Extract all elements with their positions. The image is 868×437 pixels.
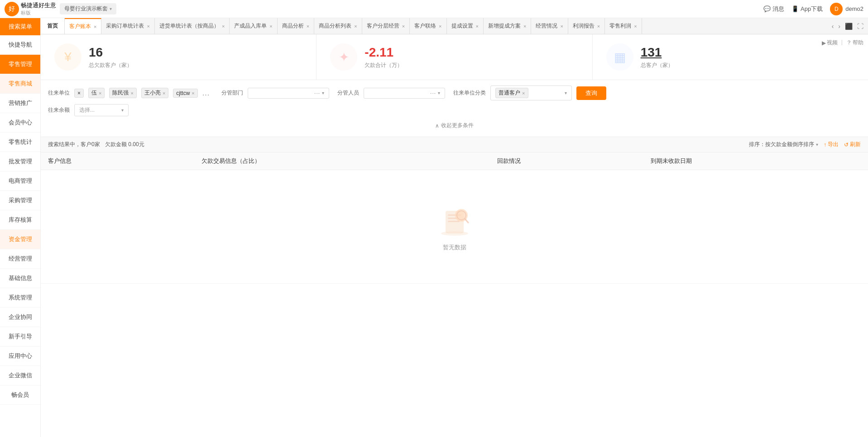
unit-category-chevron-icon: ▾ [565, 90, 567, 95]
tab-home[interactable]: 首页 [41, 18, 65, 34]
sidebar-item-retail-mall[interactable]: 零售商城 [0, 74, 40, 94]
tab-close-icon[interactable]: × [476, 24, 479, 29]
tab-close-icon[interactable]: × [439, 24, 441, 29]
tab-close-icon[interactable]: × [597, 24, 600, 29]
tab-new-achievement[interactable]: 新增提成方案 × [484, 18, 531, 34]
sidebar-item-system[interactable]: 系统管理 [0, 288, 40, 308]
tab-close-icon[interactable]: × [222, 24, 225, 29]
col-overdue-date: 到期未收款日期 [643, 152, 868, 170]
tag-wu-close[interactable]: × [99, 90, 101, 96]
logo-main-text: 畅捷通好生意 [21, 1, 56, 10]
sidebar-item-purchase[interactable]: 采购管理 [0, 191, 40, 210]
tab-customer-segment[interactable]: 客户分层经营 × [362, 18, 410, 34]
help-link[interactable]: ？ 帮助 [846, 39, 863, 47]
tab-label: 零售利润 [609, 22, 631, 30]
more-tags-btn[interactable]: ... [202, 89, 210, 97]
tab-close-icon[interactable]: × [307, 24, 309, 29]
tab-close-icon[interactable]: × [560, 24, 563, 29]
sidebar-item-retail-stats[interactable]: 零售统计 [0, 133, 40, 152]
sidebar-search[interactable]: 搜索菜单 [0, 18, 40, 35]
sidebar-item-finance[interactable]: 资金管理 [0, 230, 40, 249]
tab-product-analysis[interactable]: 商品分析 × [278, 18, 314, 34]
app-icon: 📱 [791, 5, 799, 12]
search-results-bar: 搜索结果中，客户0家 欠款金额 0.00元 排序：按欠款金额倒序排序 ▾ ↑ 导… [41, 137, 868, 152]
user-info[interactable]: D demo2 [830, 3, 863, 15]
video-link[interactable]: ▶ 视频 [822, 39, 838, 47]
stat-label-total: 总客户（家） [641, 62, 673, 69]
sidebar-item-marketing[interactable]: 营销推广 [0, 94, 40, 113]
tab-operation-status[interactable]: 经营情况 × [531, 18, 568, 34]
tab-customer-contact[interactable]: 客户联络 × [410, 18, 446, 34]
stat-value-customers: 16 [89, 45, 132, 60]
stat-icon-customers: ¥ [54, 43, 82, 71]
unit-category-select[interactable]: 普通客户 × ▾ [490, 86, 572, 100]
sidebar-quick-nav[interactable]: 快捷导航 [0, 35, 40, 55]
tab-profit-report[interactable]: 利润报告 × [568, 18, 605, 34]
stat-card-total-customers: ▦ 131 总客户（家） ▶ 视频 | ？ 帮助 [593, 34, 868, 80]
stat-info-total: 131 总客户（家） [641, 45, 673, 69]
play-icon: ▶ [822, 40, 826, 46]
sidebar-item-retail-mgmt[interactable]: 零售管理 [0, 55, 40, 74]
chevron-down-icon: ▾ [110, 6, 112, 11]
app-download-btn[interactable]: 📱 App下载 [791, 5, 823, 13]
tab-fullscreen-btn[interactable]: ⛶ [855, 22, 865, 31]
tab-customer-accounts[interactable]: 客户账本 × [65, 18, 101, 34]
tab-label: 利润报告 [573, 22, 595, 30]
dept-select[interactable]: ··· ▾ [248, 88, 329, 99]
tab-close-icon[interactable]: × [523, 24, 526, 29]
tab-close-icon[interactable]: × [634, 24, 637, 29]
empty-state-icon [436, 202, 473, 238]
account-dropdown[interactable]: 母婴行业演示帐套 ▾ [60, 3, 116, 14]
tab-close-icon[interactable]: × [402, 24, 405, 29]
unit-category-tag-close[interactable]: × [522, 90, 525, 96]
manager-more-icon: ··· [430, 90, 436, 96]
sidebar-item-app-center[interactable]: 应用中心 [0, 347, 40, 366]
tag-wang-label: 王小亮 [144, 89, 161, 97]
tab-close-icon[interactable]: × [354, 24, 357, 29]
sidebar-item-member[interactable]: 会员中心 [0, 113, 40, 133]
sidebar-item-basic-info[interactable]: 基础信息 [0, 269, 40, 288]
collapse-up-icon: ∧ [435, 123, 439, 129]
filter-collapse-btn[interactable]: ∧ 收起更多条件 [432, 120, 477, 131]
tab-reminder-settings[interactable]: 提成设置 × [447, 18, 484, 34]
tab-close-icon[interactable]: × [269, 24, 272, 29]
remainder-select[interactable]: 选择... ▾ [74, 104, 129, 116]
sidebar-item-operation[interactable]: 经营管理 [0, 249, 40, 269]
sidebar-item-ecommerce[interactable]: 电商管理 [0, 171, 40, 191]
tab-label: 产成品入库单 [234, 22, 267, 30]
query-button[interactable]: 查询 [576, 86, 606, 100]
tab-close-icon[interactable]: × [94, 24, 96, 29]
sidebar-item-enterprise[interactable]: 企业协同 [0, 308, 40, 327]
export-btn[interactable]: ↑ 导出 [824, 141, 839, 148]
tab-next-btn[interactable]: › [836, 22, 842, 31]
message-btn[interactable]: 💬 消息 [763, 5, 784, 13]
help-icon: ？ [846, 39, 852, 47]
tab-label: 客户联络 [414, 22, 436, 30]
manager-select[interactable]: ··· ▾ [364, 88, 445, 99]
search-menu-label: 搜索菜单 [9, 23, 32, 30]
tab-retail-profit[interactable]: 零售利润 × [605, 18, 642, 34]
tag-chen-close[interactable]: × [130, 90, 133, 96]
sidebar-item-batch-mgmt[interactable]: 批发管理 [0, 152, 40, 171]
sidebar-item-label: 畅会员 [11, 391, 29, 398]
sidebar-item-vip[interactable]: 畅会员 [0, 385, 40, 405]
tab-expand-btn[interactable]: ⬛ [843, 22, 854, 31]
quick-nav-label: 快捷导航 [9, 41, 32, 48]
unit-label: 往来单位 [48, 89, 70, 97]
tag-cjttcw-close[interactable]: × [192, 90, 194, 96]
sort-select[interactable]: 排序：按欠款金额倒序排序 ▾ [749, 141, 818, 148]
tab-production-in[interactable]: 产成品入库单 × [230, 18, 277, 34]
tab-stock-in-stats[interactable]: 进货单统计表（按商品） × [155, 18, 230, 34]
tab-prev-btn[interactable]: ‹ [830, 22, 836, 31]
tab-close-icon[interactable]: × [147, 24, 149, 29]
tab-product-analysis-list[interactable]: 商品分析列表 × [314, 18, 362, 34]
sidebar-item-inventory[interactable]: 库存核算 [0, 210, 40, 230]
sidebar-item-new-guide[interactable]: 新手引导 [0, 327, 40, 347]
tag-wang-close[interactable]: × [163, 90, 165, 96]
sidebar-item-enterprise-wechat[interactable]: 企业微信 [0, 366, 40, 385]
refresh-btn[interactable]: ↺ 刷新 [844, 141, 861, 148]
tab-purchase-order-stats[interactable]: 采购订单统计表 × [101, 18, 154, 34]
stat-value-debt: -2.11 [364, 45, 403, 60]
filter-tag-wang: 王小亮 × [141, 88, 168, 98]
logo-text: 畅捷通好生意 标版 [21, 1, 56, 16]
